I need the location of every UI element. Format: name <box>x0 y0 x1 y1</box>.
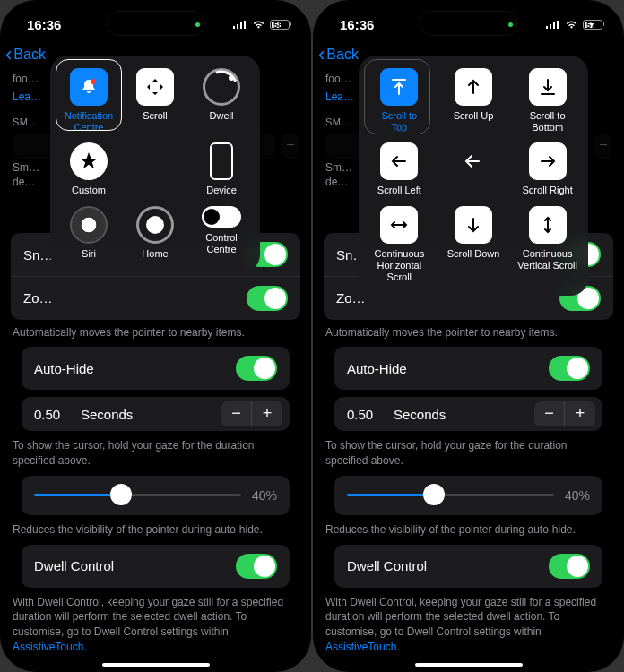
footer-text: To show the cursor, hold your gaze for t… <box>324 438 613 469</box>
menu-item-control-centre[interactable]: ControlCentre <box>190 206 253 260</box>
row-duration: 0.50Seconds−+ <box>334 397 602 431</box>
dwell-switch[interactable] <box>236 554 277 579</box>
menu-item-scroll-to-bottom[interactable]: Scroll toBottom <box>512 68 583 134</box>
home-indicator[interactable] <box>102 663 210 667</box>
footer-text: Automatically moves the pointer to nearb… <box>324 320 613 340</box>
assistive-menu: NotificationCentreScrollDwellCustomDevic… <box>50 56 260 272</box>
assistive-touch-link[interactable]: AssistiveTouch <box>13 641 83 653</box>
camera-indicator <box>195 22 200 27</box>
opacity-slider[interactable] <box>347 494 554 496</box>
bell-icon <box>70 68 108 106</box>
menu-item-scroll-down[interactable]: Scroll Down <box>438 206 509 284</box>
dwell-switch[interactable] <box>549 554 590 579</box>
menu-item-dwell[interactable]: Dwell <box>190 68 253 134</box>
home-indicator[interactable] <box>415 663 523 667</box>
scroll-icon <box>136 68 174 106</box>
stepper-minus[interactable]: − <box>221 401 252 426</box>
footer-text: Automatically moves the pointer to nearb… <box>11 320 300 340</box>
menu-item-scroll-left[interactable]: Scroll Left <box>364 142 435 196</box>
assistive-touch-link[interactable]: AssistiveTouch <box>325 641 396 653</box>
menu-item-scroll[interactable]: Scroll <box>124 68 186 134</box>
continuous-horizontal-icon <box>380 206 418 244</box>
back-button[interactable]: ‹Back <box>318 43 359 66</box>
row-dwell[interactable]: Dwell Control <box>334 545 602 588</box>
battery-icon: 58 <box>270 20 291 30</box>
footer-text: To show the cursor, hold your gaze for t… <box>11 438 300 469</box>
row-opacity: 40% <box>22 476 290 515</box>
menu-item-home[interactable]: Home <box>124 206 186 260</box>
signal-icon <box>546 20 560 29</box>
row-auto-hide[interactable]: Auto-Hide <box>334 347 602 390</box>
dynamic-island <box>107 11 205 36</box>
svg-point-2 <box>229 75 234 81</box>
menu-item-arrow-back[interactable] <box>438 142 509 196</box>
camera-indicator <box>508 22 513 27</box>
wifi-icon <box>565 20 578 29</box>
row-auto-hide[interactable]: Auto-Hide <box>22 347 290 390</box>
footer-text: With Dwell Control, keeping your gaze st… <box>324 595 613 655</box>
menu-item-custom[interactable]: Custom <box>57 142 120 196</box>
row-opacity: 40% <box>334 476 602 515</box>
scroll-up-icon <box>455 68 492 106</box>
footer-text: With Dwell Control, keeping your gaze st… <box>11 595 300 655</box>
footer-text: Reduces the visibility of the pointer du… <box>324 522 613 538</box>
duration-stepper[interactable]: −+ <box>221 401 282 426</box>
scroll-top-icon <box>380 68 418 106</box>
scroll-bottom-icon <box>529 68 567 106</box>
back-button[interactable]: ‹ Back <box>5 43 46 66</box>
dynamic-island <box>420 11 518 36</box>
signal-icon <box>233 20 247 29</box>
scroll-down-icon <box>455 206 492 244</box>
menu-item-continuous-vertical-scroll[interactable]: ContinuousVertical Scroll <box>512 206 583 284</box>
menu-item-continuous-horizontal-scroll[interactable]: ContinuousHorizontal Scroll <box>364 206 435 284</box>
auto-hide-switch[interactable] <box>549 356 590 381</box>
menu-item-scroll-to-top[interactable]: Scroll toTop <box>364 68 435 134</box>
duration-value: 0.50 <box>34 407 72 422</box>
row-zoo[interactable]: Zo… <box>11 277 300 320</box>
device-icon <box>210 142 233 180</box>
home-icon <box>136 206 174 244</box>
battery-icon: 57 <box>583 20 604 30</box>
menu-item-device[interactable]: Device <box>190 142 253 196</box>
clock: 16:36 <box>340 17 374 32</box>
row-duration: 0.50 Seconds −+ <box>22 397 290 431</box>
svg-point-0 <box>91 79 96 84</box>
continuous-vertical-icon <box>529 206 567 244</box>
wifi-icon <box>252 20 265 29</box>
duration-stepper[interactable]: −+ <box>534 401 595 426</box>
opacity-slider[interactable] <box>34 494 241 496</box>
scroll-menu: Scroll toTopScroll UpScroll toBottomScro… <box>359 56 588 296</box>
chevron-left-icon: ‹ <box>318 43 325 66</box>
star-icon <box>70 142 108 180</box>
control-centre-icon <box>202 206 241 228</box>
back-arrow-icon[interactable] <box>455 142 492 180</box>
scroll-left-icon <box>380 142 418 180</box>
stepper-plus[interactable]: + <box>252 401 282 426</box>
footer-text: Reduces the visibility of the pointer du… <box>11 522 300 538</box>
opacity-value: 40% <box>252 488 277 503</box>
duration-label: Seconds <box>81 407 212 422</box>
clock: 16:36 <box>27 17 61 32</box>
siri-icon <box>70 206 108 244</box>
chevron-left-icon: ‹ <box>5 43 12 66</box>
row-dwell[interactable]: Dwell Control <box>22 545 290 588</box>
scroll-right-icon <box>529 142 567 180</box>
menu-item-siri[interactable]: Siri <box>57 206 120 260</box>
dwell-icon <box>203 68 240 106</box>
auto-hide-switch[interactable] <box>236 356 277 381</box>
menu-item-notification-centre[interactable]: NotificationCentre <box>57 68 120 134</box>
minus-button[interactable]: − <box>595 134 611 159</box>
minus-button[interactable]: − <box>282 134 299 159</box>
menu-item-scroll-up[interactable]: Scroll Up <box>438 68 509 134</box>
menu-item-scroll-right[interactable]: Scroll Right <box>512 142 583 196</box>
zoo-switch[interactable] <box>247 286 288 311</box>
menu-item-blank[interactable] <box>124 142 186 196</box>
